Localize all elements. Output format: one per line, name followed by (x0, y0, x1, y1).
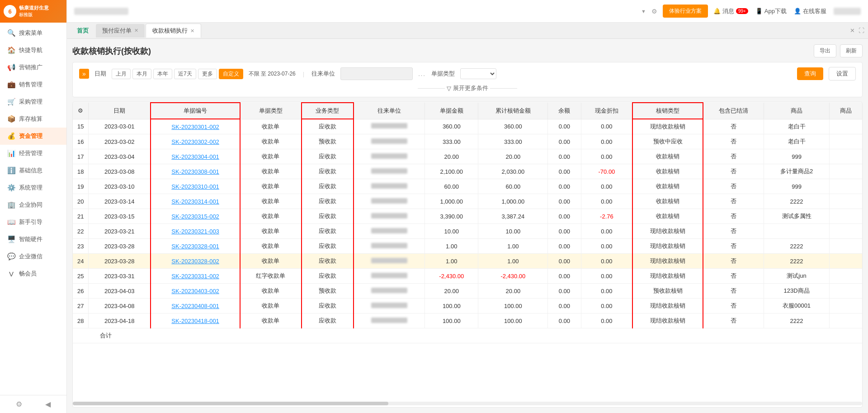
col-settings-icon[interactable]: ⚙ (73, 103, 89, 119)
date-more-btn[interactable]: 更多 (198, 69, 217, 79)
cell-counterpart (354, 269, 425, 284)
bill-no-link[interactable]: SK-20230403-002 (171, 288, 219, 294)
cell-no: 20 (73, 194, 89, 209)
cell-bill-no: SK-20230331-002 (151, 269, 240, 284)
bill-no-link[interactable]: SK-20230315-002 (171, 213, 219, 220)
sidebar-item-search[interactable]: 🔍搜索菜单 (0, 24, 66, 42)
cell-amount: 60.00 (425, 179, 478, 194)
cell-biz-type: 应收款 (302, 119, 354, 134)
bill-no-link[interactable]: SK-20230308-001 (171, 168, 219, 175)
tab-expand-icon[interactable]: ⛶ (859, 27, 864, 34)
scrollbar-thumb[interactable] (73, 402, 388, 405)
cell-date: 2023-04-18 (89, 313, 151, 328)
date-7days-btn[interactable]: 近7天 (174, 69, 196, 79)
refresh-button[interactable]: 刷新 (840, 44, 863, 57)
cell-bill-type: 收款单 (240, 149, 301, 164)
data-table: ⚙ 日期 单据编号 单据类型 业务类型 往来单位 单据金额 累计核销金额 余额 … (73, 102, 862, 343)
sidebar-item-sales[interactable]: 💼销售管理 (0, 76, 66, 93)
sidebar-item-quicknav[interactable]: 🏠快捷导航 (0, 42, 66, 59)
sidebar-item-inventory[interactable]: 📦库存核算 (0, 110, 66, 128)
date-prev-month-btn[interactable]: 上月 (112, 69, 131, 79)
bill-no-link[interactable]: SK-20230310-001 (171, 183, 219, 190)
settings-icon[interactable]: ⚙ (16, 400, 22, 408)
cell-amount: 360.00 (425, 119, 478, 134)
cell-writeoff-type: 收款核销 (632, 164, 703, 179)
counterpart-input[interactable] (340, 67, 413, 80)
bill-no-link[interactable]: SK-20230321-003 (171, 228, 219, 235)
cell-amount: 20.00 (425, 149, 478, 164)
cell-goods2 (830, 284, 862, 299)
sidebar-item-hardware[interactable]: 🖥️智能硬件 (0, 231, 66, 248)
app-download-item[interactable]: 📱 App下载 (755, 7, 787, 15)
cell-no: 15 (73, 119, 89, 134)
collapse-icon[interactable]: ◀ (45, 400, 51, 408)
cell-goods2 (830, 224, 862, 239)
solution-button[interactable]: 体验行业方案 (663, 5, 708, 18)
bill-no-link[interactable]: SK-20230301-002 (171, 123, 219, 130)
tab-collection[interactable]: 收款核销执行 ✕ (146, 24, 201, 38)
cell-goods2 (830, 299, 862, 313)
sidebar-item-guide[interactable]: 📖新手引导 (0, 214, 66, 231)
sidebar-item-marketing[interactable]: 📢营销推广 (0, 59, 66, 76)
date-quick-btns: 上月 本月 本年 近7天 更多 自定义 (112, 69, 243, 79)
tab-prepay[interactable]: 预付应付单 ✕ (96, 24, 145, 38)
bill-no-link[interactable]: SK-20230328-002 (171, 258, 219, 265)
nav-icon-marketing: 📢 (7, 63, 15, 71)
tab-home[interactable]: 首页 (71, 24, 95, 38)
col-bill-no-header: 单据编号 (151, 103, 240, 119)
cell-bill-no: SK-20230304-001 (151, 149, 240, 164)
cell-cash-discount: 0.00 (581, 224, 632, 239)
tab-collection-close-icon[interactable]: ✕ (190, 28, 194, 34)
cell-bill-no: SK-20230301-002 (151, 119, 240, 134)
cell-cash-discount: 0.00 (581, 149, 632, 164)
search-button[interactable]: 查询 (797, 67, 823, 80)
nav-icon-member: V (7, 270, 15, 278)
date-this-month-btn[interactable]: 本月 (132, 69, 151, 79)
cell-amount: 333.00 (425, 134, 478, 149)
tab-prepay-close-icon[interactable]: ✕ (134, 28, 138, 33)
sidebar-item-finance[interactable]: 💰资金管理 (0, 128, 66, 145)
cell-writeoff: 1.00 (478, 254, 548, 269)
cell-biz-type: 应收款 (302, 164, 354, 179)
sidebar-item-system[interactable]: ⚙️系统管理 (0, 179, 66, 196)
sidebar-item-corp[interactable]: 🏢企业协同 (0, 196, 66, 214)
cell-counterpart (354, 299, 425, 313)
filter-toggle-button[interactable]: » (79, 69, 89, 79)
cell-goods1: 老白干 (764, 119, 830, 134)
receipt-type-select[interactable] (460, 68, 496, 79)
table-row: 21 2023-03-15 SK-20230315-002 收款单 应收款 3,… (73, 209, 862, 224)
bill-no-link[interactable]: SK-20230302-002 (171, 138, 219, 145)
cell-date: 2023-03-28 (89, 254, 151, 269)
more-filters-dots[interactable]: ... (418, 71, 426, 77)
sidebar-item-wechat[interactable]: 💬企业微信 (0, 248, 66, 265)
cell-counterpart (354, 209, 425, 224)
bill-no-link[interactable]: SK-20230328-001 (171, 243, 219, 250)
cell-date: 2023-03-28 (89, 239, 151, 254)
cell-no: 28 (73, 313, 89, 328)
bill-no-link[interactable]: SK-20230314-001 (171, 198, 219, 205)
customer-service-item[interactable]: 👤 在线客服 (794, 7, 826, 15)
cell-goods2 (830, 194, 862, 209)
tab-close-all-icon[interactable]: ✕ (850, 27, 855, 34)
bill-no-link[interactable]: SK-20230331-002 (171, 273, 219, 280)
topbar-gear-icon[interactable]: ⚙ (651, 8, 657, 15)
expand-more-conditions-btn[interactable]: ▽ 展开更多条件 (79, 84, 856, 92)
sidebar-item-basic[interactable]: ℹ️基础信息 (0, 162, 66, 179)
table-row: 18 2023-03-08 SK-20230308-001 收款单 应收款 2,… (73, 164, 862, 179)
date-custom-btn[interactable]: 自定义 (219, 69, 243, 79)
bill-no-link[interactable]: SK-20230418-001 (171, 318, 219, 324)
date-this-year-btn[interactable]: 本年 (153, 69, 172, 79)
cell-goods1: 123D商品 (764, 284, 830, 299)
bill-no-link[interactable]: SK-20230304-001 (171, 153, 219, 160)
bill-no-link[interactable]: SK-20230408-001 (171, 303, 219, 309)
notification-item[interactable]: 🔔 消息 99+ (713, 7, 748, 15)
sidebar-item-purchase[interactable]: 🛒采购管理 (0, 93, 66, 110)
filter-settings-button[interactable]: 设置 (829, 67, 856, 81)
cell-cash-discount: 0.00 (581, 313, 632, 328)
export-button[interactable]: 导出 (814, 44, 836, 57)
nav-icon-finance: 💰 (7, 132, 15, 140)
sidebar-item-member[interactable]: V畅会员 (0, 265, 66, 282)
table-scroll[interactable]: ⚙ 日期 单据编号 单据类型 业务类型 往来单位 单据金额 累计核销金额 余额 … (73, 102, 862, 400)
sidebar-item-operation[interactable]: 📊经营管理 (0, 145, 66, 162)
horizontal-scrollbar[interactable] (73, 402, 862, 405)
